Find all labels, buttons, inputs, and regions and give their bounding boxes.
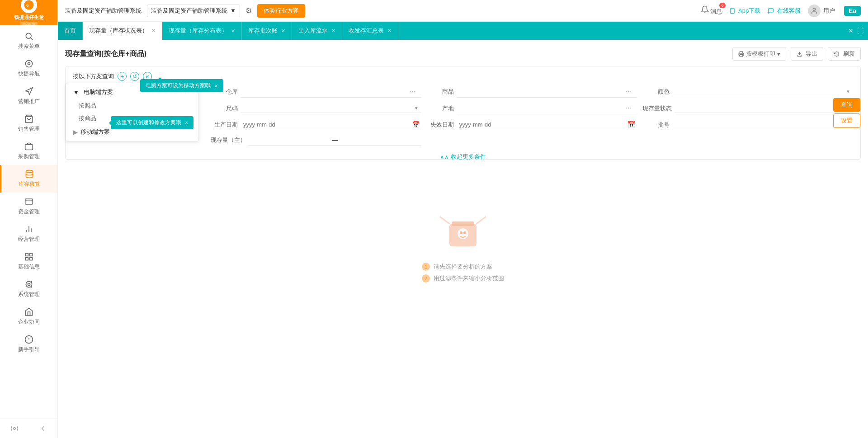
tab-inventory-dist[interactable]: 现存量（库存分布表） ✕ <box>162 22 242 40</box>
sidebar-item-quick[interactable]: 快捷导航 <box>0 55 57 82</box>
field-stock-status: 现存量状态 ▼ <box>642 104 853 113</box>
tab-receive-total-close[interactable]: ✕ <box>387 28 392 34</box>
svg-rect-18 <box>25 254 28 256</box>
tab-inventory-status-close[interactable]: ✕ <box>151 28 156 34</box>
produce-date-input[interactable] <box>241 119 410 130</box>
set-btn[interactable]: 设置 <box>833 113 860 128</box>
warehouse-dots-icon[interactable]: ··· <box>407 87 418 95</box>
tip-num-2: 2 <box>422 274 430 283</box>
gear-icon[interactable]: ⚙ <box>245 6 252 15</box>
filter-row-3: 生产日期 📅 失效日期 📅 <box>211 119 853 130</box>
tabs-bar: 首页 现存量（库存状况表） ✕ 现存量（库存分布表） ✕ 库存批次账 ✕ 出入库… <box>58 22 868 40</box>
field-size: 尺码 ▼ <box>211 104 421 113</box>
filter-add-btn[interactable]: + <box>118 72 127 81</box>
field-warehouse: 仓库 ··· <box>211 85 421 98</box>
sidebar-item-sales[interactable]: 销售管理 <box>0 110 57 137</box>
tip-num-1: 1 <box>422 263 430 271</box>
sidebar-item-system[interactable]: 系统管理 <box>0 275 57 303</box>
field-origin: 产地 ··· <box>427 102 637 114</box>
search-btn[interactable]: 查询 <box>833 98 860 112</box>
tip-text-1: 请先选择要分析的方案 <box>434 263 492 271</box>
tooltip-create-close[interactable]: × <box>185 120 188 126</box>
empty-tip-2: 2 用过滤条件来缩小分析范围 <box>422 274 504 283</box>
range-dash: — <box>332 137 338 143</box>
tab-inout-flow-close[interactable]: ✕ <box>331 28 335 34</box>
sidebar-item-marketing[interactable]: 营销推广 <box>0 82 57 110</box>
tab-batch-ledger-label: 库存批次账 <box>248 27 278 35</box>
stock-status-label: 现存量状态 <box>642 104 672 113</box>
svg-text:6: 6 <box>26 2 29 7</box>
tab-home-label: 首页 <box>64 27 76 35</box>
scheme-sub-item1[interactable]: 按照品 <box>66 99 198 112</box>
collapse-sidebar-btn[interactable] <box>39 424 47 433</box>
filter-row-4: 现存量（主） — <box>211 135 853 146</box>
tab-inout-flow-label: 出入库流水 <box>298 27 328 35</box>
expire-date-calendar-icon[interactable]: 📅 <box>626 119 637 130</box>
sidebar-label-quick: 快捷导航 <box>18 70 40 78</box>
filter-row-1: 仓库 ··· 商品 ··· <box>211 85 853 98</box>
svg-rect-19 <box>29 254 32 256</box>
ea-badge: Ea <box>844 6 861 16</box>
tab-inout-flow[interactable]: 出入库流水 ✕ <box>292 22 342 40</box>
tab-batch-ledger[interactable]: 库存批次账 ✕ <box>242 22 292 40</box>
tooltip-pc-close[interactable]: × <box>214 82 218 89</box>
size-arrow-icon[interactable]: ▼ <box>414 106 419 111</box>
tab-receive-total[interactable]: 收发存汇总表 ✕ <box>342 22 398 40</box>
tab-inventory-status-label: 现存量（库存状况表） <box>89 27 148 35</box>
svg-rect-27 <box>731 8 734 14</box>
experience-btn[interactable]: 体验行业方案 <box>257 4 305 18</box>
collapse-btn[interactable]: ∧∧ 收起更多条件 <box>436 149 490 165</box>
sidebar-item-finance[interactable]: 资金管理 <box>0 193 57 220</box>
sidebar-item-search[interactable]: 搜索菜单 <box>0 27 57 55</box>
tab-close-all-icon[interactable]: ✕ <box>848 27 854 34</box>
empty-tip-1: 1 请先选择要分析的方案 <box>422 263 504 271</box>
print-btn[interactable]: 按模板打印 ▾ <box>732 47 786 61</box>
notice-label: 消息 <box>710 8 722 15</box>
page-content: 现存量查询(按仓库+商品) 按模板打印 ▾ 导出 刷新 <box>58 40 868 438</box>
sidebar-item-inventory[interactable]: 库存核算 <box>0 165 57 193</box>
color-arrow-icon[interactable]: ▼ <box>846 89 850 94</box>
settings-btn[interactable] <box>10 424 19 433</box>
sidebar-item-guide[interactable]: 新手引导 <box>0 330 57 358</box>
tab-maximize-icon[interactable]: ⛶ <box>857 27 863 34</box>
scheme-pc-arrow: ▼ <box>73 89 79 96</box>
refresh-btn[interactable]: 刷新 <box>828 47 861 61</box>
sidebar-item-basic[interactable]: 基础信息 <box>0 248 57 275</box>
origin-dots-icon[interactable]: ··· <box>623 104 634 112</box>
topbar-right: 6 消息 App下载 在线客服 用户 Ea <box>701 5 861 17</box>
svg-point-0 <box>24 0 33 9</box>
sidebar-item-operation[interactable]: 经营管理 <box>0 220 57 248</box>
produce-date-label: 生产日期 <box>211 121 238 129</box>
tooltip-create-scheme: 这里可以创建和修改方案哦 × <box>111 116 193 129</box>
tab-inventory-status[interactable]: 现存量（库存状况表） ✕ <box>83 22 162 40</box>
tooltip-pc-text: 电脑方案可设为移动方案哦 <box>146 82 211 89</box>
filter-label: 按以下方案查询 <box>73 72 114 80</box>
notice-btn[interactable]: 6 消息 <box>701 5 722 16</box>
filter-fields: 仓库 ··· 商品 ··· <box>211 85 853 146</box>
origin-label: 产地 <box>427 104 454 113</box>
produce-date-calendar-icon[interactable]: 📅 <box>410 119 421 130</box>
field-color: 颜色 ▼ <box>642 87 853 96</box>
filter-reset-btn[interactable]: ↺ <box>130 72 139 81</box>
svg-point-36 <box>463 231 466 234</box>
svg-rect-21 <box>25 258 28 260</box>
online-service-link[interactable]: 在线客服 <box>768 7 801 15</box>
system-select[interactable]: 装备及固定资产辅助管理系统 ▼ <box>147 5 240 17</box>
sidebar-item-purchase[interactable]: 采购管理 <box>0 137 57 165</box>
sidebar-label-search: 搜索菜单 <box>18 42 40 50</box>
sidebar-item-enterprise[interactable]: 企业协同 <box>0 303 57 330</box>
sidebar-menu: 搜索菜单 快捷导航 营销推广 销售管理 采购管理 库存核算 资金 <box>0 25 57 419</box>
expire-date-input[interactable] <box>457 119 626 130</box>
user-area[interactable]: 用户 <box>808 5 835 17</box>
app-download-link[interactable]: App下载 <box>729 7 760 15</box>
product-dots-icon[interactable]: ··· <box>623 87 634 95</box>
tab-home[interactable]: 首页 <box>58 22 83 40</box>
svg-point-29 <box>813 8 815 10</box>
field-expire-date: 失效日期 📅 <box>427 119 637 130</box>
tab-inventory-dist-close[interactable]: ✕ <box>231 28 235 34</box>
export-btn[interactable]: 导出 <box>791 47 824 61</box>
user-avatar <box>808 5 821 17</box>
svg-point-9 <box>28 63 30 65</box>
tab-batch-ledger-close[interactable]: ✕ <box>281 28 285 34</box>
batch-no-input[interactable] <box>672 119 853 130</box>
